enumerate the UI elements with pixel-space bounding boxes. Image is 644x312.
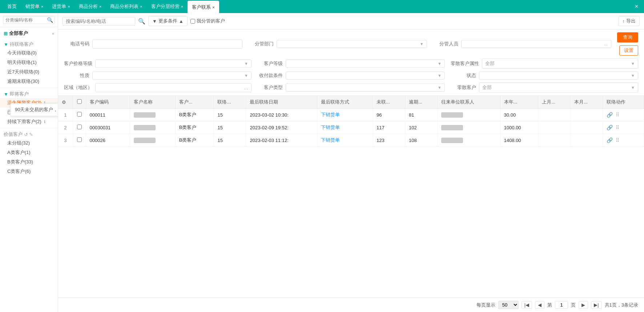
cell-last-date: 2023-02-09 19:52: <box>246 121 317 134</box>
phone-label: 电话号码 <box>64 41 89 47</box>
th-overdue: 逾期... <box>405 96 438 109</box>
tab-analysis-close[interactable]: × <box>99 4 101 9</box>
sidebar-divider-2 <box>0 128 58 128</box>
price-level-select[interactable]: ▼ <box>95 60 251 68</box>
cell-code: 000011 <box>86 109 130 121</box>
sidebar-all-customers[interactable]: ⊞ 全部客户 « <box>0 27 58 40</box>
last-method-link[interactable]: 下销货单 <box>321 125 340 130</box>
sidebar-item-class-b[interactable]: B类客户(33) <box>0 157 58 167</box>
cell-level: B类客户 <box>175 109 214 121</box>
pagination-bar: 每页显示 50 100 |◀ ◀ 第 页 ▶ ▶| 共1页，3条记录 <box>58 297 644 312</box>
refresh-icon[interactable]: ↺ <box>24 132 28 137</box>
select-all-checkbox[interactable] <box>77 99 82 104</box>
gender-select[interactable]: ▼ <box>92 72 251 80</box>
tab-customer-contact[interactable]: 客户联系 × <box>188 1 219 14</box>
page-size-select[interactable]: 50 100 <box>498 301 519 309</box>
filter-row-1: 电话号码 分管部门 ▼ 分管人员 … <box>64 32 638 56</box>
tab-analysis[interactable]: 商品分析 × <box>75 0 106 13</box>
dept-label: 分管部门 <box>248 41 274 47</box>
page-first-btn[interactable]: |◀ <box>522 301 532 309</box>
filter-dept: 分管部门 ▼ <box>248 40 427 48</box>
filter-customer-type: 客户类型 ▼ <box>257 84 445 92</box>
page-last-btn[interactable]: ▶| <box>591 301 601 309</box>
sidebar-item-churn-declining[interactable]: 持续下滑客户(2) ℹ <box>0 117 58 126</box>
th-settings[interactable]: ⚙ <box>58 96 73 109</box>
customer-type-select[interactable]: ▼ <box>286 84 445 92</box>
sidebar-item-today[interactable]: 今天待联络(0) <box>0 48 58 58</box>
tab-purchase[interactable]: 进货单 × <box>48 0 74 13</box>
action-icon-link[interactable]: 🔗 <box>607 137 613 143</box>
customer-level-select[interactable]: ▼ <box>286 60 445 68</box>
sidebar-item-class-c[interactable]: C类客户(6) <box>0 167 58 176</box>
cell-unit-contact <box>438 121 500 134</box>
tab-home[interactable]: 首页 <box>3 0 21 13</box>
filter-row-3: 性质 ▼ 收付款条件 ▼ 状态 <box>64 72 638 80</box>
table-scroll-area[interactable]: ⚙ 客户编码 客户名称 客户... 联络... 最后联络日期 最后联络方式 未联… <box>58 96 644 297</box>
my-customers-filter[interactable]: 我分管的客户 <box>190 18 225 24</box>
row-checkbox[interactable] <box>77 112 82 117</box>
action-icon-link[interactable]: 🔗 <box>607 125 613 130</box>
tab-customer-segment-close[interactable]: × <box>181 4 183 9</box>
more-conditions-btn[interactable]: ▼ 更多条件 ▲ <box>148 16 188 26</box>
person-label: 分管人员 <box>433 41 458 47</box>
tab-analysis-list[interactable]: 商品分析列表 × <box>106 0 146 13</box>
region-input[interactable]: … <box>95 83 251 92</box>
cell-index: 1 <box>58 109 73 121</box>
page-prev-btn[interactable]: ◀ <box>535 301 544 309</box>
status-select[interactable]: ▼ <box>479 72 638 80</box>
retail-attr-chevron: ▼ <box>631 61 635 66</box>
my-customers-checkbox[interactable] <box>190 19 195 24</box>
tab-purchase-close[interactable]: × <box>68 4 70 9</box>
table-row: 3 000026 B类客户 15 2023-02-03 11:12: 下销货单 … <box>58 134 644 147</box>
cell-contact-count: 15 <box>214 121 246 134</box>
sidebar-item-7days[interactable]: 近7天待联络(0) <box>0 67 58 77</box>
action-icon-menu[interactable]: ⠿ <box>616 125 619 130</box>
sidebar-item-tomorrow[interactable]: 明天待联络(1) <box>0 58 58 67</box>
export-btn[interactable]: ↑ 导出 <box>619 16 640 26</box>
cell-checkbox[interactable] <box>73 121 86 134</box>
person-select[interactable]: … <box>461 40 611 48</box>
last-method-link[interactable]: 下销货单 <box>321 112 340 117</box>
cell-checkbox[interactable] <box>73 134 86 147</box>
sidebar-item-class-a[interactable]: A类客户(1) <box>0 148 58 157</box>
window-close-btn[interactable]: × <box>632 3 641 10</box>
payment-select[interactable]: ▼ <box>286 72 445 80</box>
action-icon-link[interactable]: 🔗 <box>607 112 613 118</box>
row-checkbox[interactable] <box>77 137 82 142</box>
sidebar-item-overdue[interactable]: 逾期未联络(30) <box>0 77 58 86</box>
page-suffix: 页 <box>571 302 576 308</box>
tab-customer-segment[interactable]: 客户分层经营 × <box>147 0 188 13</box>
blurred-unit <box>441 138 463 143</box>
th-this-year: 本年... <box>500 96 538 109</box>
action-icon-menu[interactable]: ⠿ <box>616 112 619 118</box>
page-input[interactable] <box>555 301 568 309</box>
cell-code: 000026 <box>86 134 130 147</box>
retail-customer-select[interactable]: 全部 ▼ <box>479 82 638 93</box>
row-checkbox[interactable] <box>77 125 82 129</box>
action-icon-menu[interactable]: ⠿ <box>616 137 619 143</box>
page-next-btn[interactable]: ▶ <box>579 301 588 309</box>
settings-btn[interactable]: 设置 <box>619 45 638 56</box>
cell-name <box>130 121 175 134</box>
tab-analysis-list-close[interactable]: × <box>140 4 142 9</box>
query-btn[interactable]: 查询 <box>617 32 638 42</box>
last-method-link[interactable]: 下销货单 <box>321 137 340 143</box>
main-search-icon[interactable]: 🔍 <box>138 18 145 25</box>
filter-region: 区域（地区） … <box>64 83 251 92</box>
status-label: 状态 <box>451 72 476 79</box>
retail-attr-select[interactable]: 全部 ▼ <box>482 58 638 69</box>
main-search-input[interactable] <box>66 19 132 24</box>
dept-select[interactable]: ▼ <box>277 40 427 48</box>
tab-sales-close[interactable]: × <box>41 4 43 9</box>
tab-bar: 首页 销货单 × 进货单 × 商品分析 × 商品分析列表 × 客户分层经营 × … <box>0 0 644 13</box>
tab-customer-contact-close[interactable]: × <box>212 5 214 9</box>
th-checkbox[interactable] <box>73 96 86 109</box>
tab-sales[interactable]: 销货单 × <box>21 0 48 13</box>
table-row: 1 000011 B类客户 15 2023-03-02 10:30: 下销货单 … <box>58 109 644 121</box>
payment-label: 收付款条件 <box>257 72 283 79</box>
edit-icon[interactable]: ✎ <box>29 132 33 137</box>
phone-input[interactable] <box>92 40 242 49</box>
sidebar-item-ungroup[interactable]: 未分组(32) <box>0 138 58 148</box>
content-area: 🔍 ▼ 更多条件 ▲ 我分管的客户 ↑ 导出 电话号码 <box>58 13 644 312</box>
cell-checkbox[interactable] <box>73 109 86 121</box>
